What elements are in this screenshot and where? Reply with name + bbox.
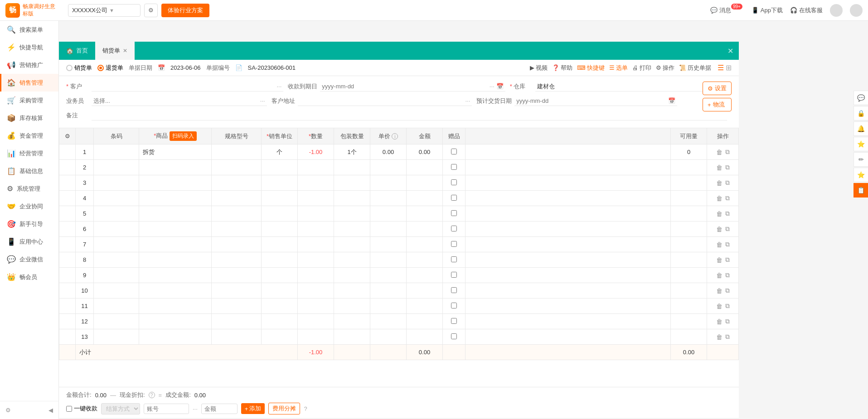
delete-icon[interactable]: 🗑 — [716, 195, 723, 202]
shortcut-action[interactable]: ⌨ 快捷键 — [577, 64, 605, 72]
sidebar-item-purchase[interactable]: 🛒 采购管理 — [0, 92, 58, 109]
payment-due-dots-icon[interactable]: ··· — [490, 83, 495, 90]
discount-info-icon[interactable]: ? — [149, 392, 155, 398]
copy-icon[interactable]: ⧉ — [725, 256, 730, 264]
view-list-icon[interactable]: ☰ — [718, 63, 724, 72]
sidebar-item-apps[interactable]: 📱 应用中心 — [0, 233, 58, 250]
copy-icon[interactable]: ⧉ — [725, 225, 730, 233]
sidebar-item-guide[interactable]: 🎯 新手引导 — [0, 215, 58, 233]
payment-due-input-wrap[interactable]: ··· 📅 — [320, 82, 505, 92]
td-unit-1[interactable]: 个 — [262, 144, 298, 160]
warehouse-input-wrap[interactable]: ··· — [535, 82, 727, 92]
td-qty-1[interactable]: -1.00 — [298, 144, 334, 160]
delete-icon[interactable]: 🗑 — [716, 241, 723, 248]
gift-checkbox-1[interactable] — [451, 149, 457, 154]
rf-btn-2[interactable]: 🔒 — [853, 106, 868, 120]
salesperson-input[interactable] — [93, 97, 260, 104]
rf-btn-7[interactable]: 📋 — [853, 183, 868, 197]
customer-input[interactable] — [93, 83, 276, 90]
rf-btn-5[interactable]: ✏ — [853, 152, 868, 167]
sidebar-item-vip[interactable]: 👑 畅会员 — [0, 268, 58, 286]
copy-icon[interactable]: ⧉ — [725, 287, 730, 294]
delete-icon[interactable]: 🗑 — [716, 333, 723, 341]
calendar-icon[interactable]: 📅 — [158, 64, 165, 71]
delete-row-1-icon[interactable]: 🗑 — [716, 149, 723, 156]
video-action[interactable]: ▶ 视频 — [530, 64, 548, 72]
operate-action[interactable]: ⚙ 操作 — [656, 64, 674, 72]
select-action[interactable]: ☰ 选单 — [609, 64, 628, 72]
company-selector[interactable]: XXXXXX公司 ▼ — [68, 4, 141, 17]
expected-date-input-wrap[interactable]: 📅 — [514, 96, 677, 106]
tab-home[interactable]: 🏠 首页 — [59, 42, 95, 60]
td-gear-1[interactable] — [59, 144, 76, 160]
td-barcode-1[interactable] — [94, 144, 139, 160]
delete-icon[interactable]: 🗑 — [716, 210, 723, 217]
copy-icon[interactable]: ⧉ — [725, 241, 730, 248]
form-settings-button[interactable]: ⚙ 设置 — [703, 82, 732, 95]
delete-icon[interactable]: 🗑 — [716, 303, 723, 310]
payment-method-select[interactable]: 结算方式 — [101, 403, 140, 414]
copy-icon[interactable]: ⧉ — [725, 179, 730, 187]
history-action[interactable]: 📜 历史单据 — [679, 64, 711, 72]
sidebar-item-enterprise[interactable]: 🤝 企业协同 — [0, 197, 58, 215]
sidebar-item-sales[interactable]: 🏠 销售管理 — [0, 74, 58, 92]
remark-input-wrap[interactable] — [92, 111, 727, 120]
radio-sales[interactable]: 销货单 — [66, 64, 92, 72]
rf-btn-4[interactable]: ⭐ — [853, 137, 868, 151]
rf-btn-6[interactable]: ⭐ — [853, 168, 868, 182]
calendar-payment-icon[interactable]: 📅 — [496, 83, 504, 90]
one-click-pay-input[interactable] — [66, 406, 72, 412]
sidebar-item-operations[interactable]: 📊 经营管理 — [0, 144, 58, 162]
salesperson-input-wrap[interactable]: ··· — [92, 96, 267, 106]
sidebar-item-basic[interactable]: 📋 基础信息 — [0, 162, 58, 180]
td-pkgqty-1[interactable]: 1个 — [334, 144, 370, 160]
copy-icon[interactable]: ⧉ — [725, 333, 730, 341]
sidebar-item-marketing[interactable]: 📢 营销推广 — [0, 56, 58, 74]
scan-barcode-button[interactable]: 扫码录入 — [170, 131, 197, 141]
calendar-expected-icon[interactable]: 📅 — [668, 97, 675, 104]
salesperson-dots-icon[interactable]: ··· — [260, 97, 265, 104]
delete-icon[interactable]: 🗑 — [716, 164, 723, 171]
close-icon[interactable]: ✕ — [727, 47, 733, 55]
sidebar-item-quicknav[interactable]: ⚡ 快捷导航 — [0, 39, 58, 56]
warehouse-input[interactable] — [537, 83, 720, 90]
sidebar-item-search[interactable]: 🔍 搜索菜单 — [0, 21, 58, 39]
account-input[interactable] — [144, 404, 189, 414]
td-amount-1[interactable]: 0.00 — [407, 144, 443, 160]
customer-input-wrap[interactable]: ··· — [92, 82, 283, 92]
td-price-1[interactable]: 0.00 — [370, 144, 407, 160]
print-action[interactable]: 🖨 打印 — [632, 64, 651, 72]
app-download-button[interactable]: 📱 App下载 — [752, 6, 783, 14]
address-dots-icon[interactable]: ··· — [466, 97, 470, 104]
delete-icon[interactable]: 🗑 — [716, 318, 723, 325]
copy-icon[interactable]: ⧉ — [725, 164, 730, 171]
payment-due-input[interactable] — [322, 83, 489, 90]
collapse-icon[interactable]: ◀ — [47, 405, 55, 415]
expense-split-button[interactable]: 费用分摊 — [268, 403, 300, 414]
td-spec-1[interactable] — [212, 144, 262, 160]
user-avatar[interactable] — [830, 4, 843, 17]
rf-btn-1[interactable]: 💬 — [853, 91, 868, 105]
copy-icon[interactable]: ⧉ — [725, 318, 730, 325]
sidebar-item-finance[interactable]: 💰 资金管理 — [0, 127, 58, 144]
account-dots-icon[interactable]: ··· — [193, 405, 198, 412]
expected-date-input[interactable] — [516, 97, 666, 104]
copy-icon[interactable]: ⧉ — [725, 194, 730, 202]
td-notes-1[interactable] — [466, 144, 671, 160]
delete-icon[interactable]: 🗑 — [716, 256, 723, 264]
add-payment-button[interactable]: + 添加 — [241, 403, 265, 414]
delete-icon[interactable]: 🗑 — [716, 179, 723, 187]
copy-icon[interactable]: ⧉ — [725, 302, 730, 310]
sidebar-item-wechat[interactable]: 💬 企业微信 — [0, 250, 58, 268]
remark-input[interactable] — [93, 112, 725, 119]
radio-return[interactable]: 退货单 — [97, 64, 123, 72]
document-icon[interactable]: 📄 — [235, 64, 242, 71]
one-click-pay-checkbox[interactable]: 一键收款 — [66, 405, 97, 413]
address-input-wrap[interactable]: ··· — [298, 96, 472, 106]
settings-bottom-icon[interactable]: ⚙ — [4, 405, 13, 415]
price-info-icon[interactable]: i — [392, 133, 398, 140]
rf-btn-3[interactable]: 🔔 — [853, 121, 868, 136]
message-button[interactable]: 💬 消息 99+ — [710, 6, 744, 14]
view-grid-icon[interactable]: ⊞ — [726, 63, 732, 72]
sidebar-item-system[interactable]: ⚙ 系统管理 — [0, 180, 58, 197]
